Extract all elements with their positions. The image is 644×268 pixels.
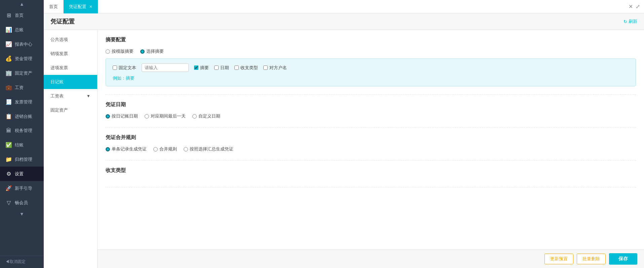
radio-select-merge[interactable]: [184, 147, 188, 151]
left-nav-purchase-invoice-label: 进项发票: [50, 65, 68, 71]
sidebar-item-home[interactable]: ⊞ 首页: [0, 8, 44, 23]
refresh-button[interactable]: ↻ 刷新: [623, 18, 637, 25]
tab-expand-button[interactable]: ⤢: [636, 3, 640, 10]
refresh-icon: ↻: [623, 19, 627, 24]
save-button[interactable]: 保存: [609, 253, 637, 265]
radio-last-day[interactable]: [145, 114, 149, 119]
check-date-label[interactable]: 日期: [214, 65, 229, 71]
income-type-section: 收支类型: [106, 167, 636, 187]
left-nav-journal[interactable]: 日记账: [44, 75, 97, 89]
sidebar-item-label-tax: 税务管理: [15, 128, 32, 134]
radio-select-merge-label[interactable]: 按照选择汇总生成凭证: [184, 146, 233, 152]
tab-voucher-config[interactable]: 凭证配置 ✕: [64, 0, 98, 13]
radio-merge-label[interactable]: 合并规则: [153, 146, 177, 152]
tab-home[interactable]: 首页: [44, 0, 64, 13]
sidebar-item-label-stg: 设置: [15, 171, 24, 177]
radio-single-label[interactable]: 单条记录生成凭证: [106, 146, 147, 152]
invoice-icon: 🧾: [5, 99, 12, 105]
update-preview-button[interactable]: 更新预置: [544, 254, 573, 264]
radio-custom-date-text: 自定义日期: [198, 113, 220, 119]
check-counterpart[interactable]: [263, 65, 268, 70]
tab-controls: ✕ ⤢: [629, 3, 644, 10]
tab-close-icon[interactable]: ✕: [89, 4, 92, 9]
sidebar-item-label-gl: 总账: [15, 27, 24, 33]
radio-template[interactable]: [106, 49, 110, 54]
radio-custom-date-label[interactable]: 自定义日期: [192, 113, 220, 119]
check-icon: ✅: [5, 142, 12, 148]
sidebar-item-archive[interactable]: 📁 归档管理: [0, 152, 44, 167]
fixed-text-input[interactable]: [142, 63, 189, 72]
sidebar-item-guide[interactable]: 🚀 新手引导: [0, 181, 44, 195]
check-fixed-text[interactable]: [113, 65, 117, 70]
check-income-type-label[interactable]: 收支类型: [234, 65, 258, 71]
tab-voucher-config-label: 凭证配置: [69, 4, 86, 10]
tax-icon: 🏛: [5, 128, 12, 134]
radio-last-day-label[interactable]: 对应期间最后一天: [145, 113, 186, 119]
check-income-type-span: 收支类型: [240, 65, 258, 71]
sidebar-cancel-fixed[interactable]: ◀取消固定: [0, 255, 44, 268]
chevron-down-icon: ▼: [86, 94, 90, 98]
voucher-date-title: 凭证日期: [106, 101, 636, 108]
left-nav-sales-invoice[interactable]: 销项发票: [44, 47, 97, 61]
sidebar-item-tax-mgmt[interactable]: 🏛 税务管理: [0, 124, 44, 138]
radio-last-day-text: 对应期间最后一天: [151, 113, 186, 119]
sidebar-scroll-up[interactable]: ▲: [0, 0, 44, 8]
check-summary-label[interactable]: 摘要: [194, 65, 209, 71]
voucher-date-radio-row: 按日记账日期 对应期间最后一天 自定义日期: [106, 113, 636, 119]
sidebar-item-report-center[interactable]: 📈 报表中心: [0, 37, 44, 51]
building-icon: 🏢: [5, 70, 12, 76]
bottom-spacer: [106, 194, 636, 214]
fund-icon: 💰: [5, 55, 12, 62]
sidebar-item-fund-mgmt[interactable]: 💰 资金管理: [0, 51, 44, 66]
main-area: 首页 凭证配置 ✕ ✕ ⤢ 凭证配置 ↻ 刷新 公共选项 销项发票 进: [44, 0, 644, 268]
voucher-merge-radio-row: 单条记录生成凭证 合并规则 按照选择汇总生成凭证: [106, 146, 636, 152]
sidebar-item-general-ledger[interactable]: 📊 总账: [0, 23, 44, 37]
check-date[interactable]: [214, 65, 219, 70]
batch-delete-button[interactable]: 批量删除: [577, 254, 606, 264]
sidebar-scroll-down[interactable]: ▼: [0, 210, 44, 218]
radio-by-journal[interactable]: [106, 114, 110, 119]
check-income-type[interactable]: [234, 65, 239, 70]
sidebar-item-invoice-mgmt[interactable]: 🧾 发票管理: [0, 95, 44, 109]
archive-icon: 📁: [5, 156, 12, 163]
radio-by-journal-label[interactable]: 按日记账日期: [106, 113, 138, 119]
sidebar-item-label-sl: 进销台账: [15, 114, 32, 120]
chart-icon: 📊: [5, 27, 12, 33]
sidebar-item-settings[interactable]: ⚙ 设置: [0, 167, 44, 181]
bottom-actions: 更新预置 批量删除 保存: [98, 250, 644, 268]
payroll-icon: 💼: [5, 84, 12, 91]
left-nav-payroll-table[interactable]: 工资表 ▼: [44, 89, 97, 103]
voucher-merge-section: 凭证合并规则 单条记录生成凭证 合并规则 按照选择汇总生成凭证: [106, 134, 636, 161]
sidebar-item-label-inv: 发票管理: [15, 99, 32, 105]
check-summary[interactable]: [194, 65, 198, 70]
tab-minimize-button[interactable]: ✕: [629, 3, 633, 10]
radio-template-text: 按模版摘要: [112, 48, 134, 54]
check-fixed-text-span: 固定文本: [119, 65, 136, 71]
voucher-date-section: 凭证日期 按日记账日期 对应期间最后一天 自定义日期: [106, 101, 636, 128]
sidebar-item-label-set: 结账: [15, 142, 24, 148]
left-nav-fixed-assets[interactable]: 固定资产: [44, 103, 97, 117]
cancel-fixed-label: ◀取消固定: [5, 259, 26, 265]
radio-single[interactable]: [106, 147, 110, 151]
refresh-label: 刷新: [629, 18, 637, 25]
sidebar-item-payroll[interactable]: 💼 工资: [0, 80, 44, 95]
radio-merge[interactable]: [153, 147, 158, 151]
sidebar-item-sales-ledger[interactable]: 📋 进销台账: [0, 109, 44, 124]
left-nav-purchase-invoice[interactable]: 进项发票: [44, 61, 97, 75]
sidebar-item-settlement[interactable]: ✅ 结账: [0, 138, 44, 152]
check-fixed-text-label[interactable]: 固定文本: [113, 65, 136, 71]
example-value: 摘要: [126, 76, 135, 81]
radio-select[interactable]: [140, 49, 145, 54]
check-counterpart-span: 对方户名: [269, 65, 287, 71]
sidebar-item-label-arc: 归档管理: [15, 157, 32, 163]
sidebar-item-member[interactable]: ▽ 畅会员: [0, 195, 44, 210]
sidebar-item-fixed-assets[interactable]: 🏢 固定资产: [0, 66, 44, 80]
radio-select-label[interactable]: 选择摘要: [140, 48, 164, 54]
check-counterpart-label[interactable]: 对方户名: [263, 65, 287, 71]
summary-config-box: 固定文本 摘要 日期 收支类型: [106, 58, 636, 86]
right-content: 摘要配置 按模版摘要 选择摘要 固定文本: [98, 30, 644, 268]
ledger-icon: 📋: [5, 113, 12, 120]
left-nav-public[interactable]: 公共选项: [44, 33, 97, 47]
radio-custom-date[interactable]: [192, 114, 197, 119]
radio-template-label[interactable]: 按模版摘要: [106, 48, 134, 54]
